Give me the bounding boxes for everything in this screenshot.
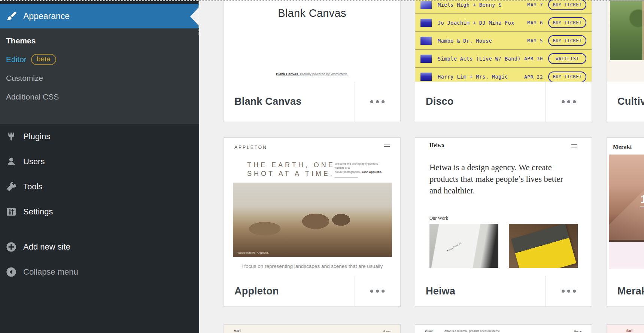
event-row: Jo Joachim + DJ Mina Fox MAY 6 BUY TICKE… bbox=[415, 14, 592, 32]
preview-tagline: I focus on representing landscapes and s… bbox=[224, 263, 400, 269]
sidebar-item-plugins[interactable]: Plugins bbox=[0, 124, 199, 149]
focus-outline-top-sidebar bbox=[0, 0, 199, 1]
theme-name: Appleton bbox=[224, 276, 354, 306]
preview-nav-home: Home bbox=[574, 330, 582, 333]
cultivated-preview[interactable] bbox=[607, 0, 644, 82]
preview-site-description: Attar is a minimal, product oriented the… bbox=[444, 329, 500, 333]
theme-options-button[interactable] bbox=[545, 276, 592, 306]
opera-house-photo: 16 bbox=[609, 155, 644, 242]
admin-sidebar: Appearance Themes Editor beta Customize … bbox=[0, 0, 199, 333]
sidebar-item-users[interactable]: Users bbox=[0, 149, 199, 174]
theme-card-cultivated: Cultiv bbox=[607, 0, 644, 122]
paintbrush-icon bbox=[7, 11, 17, 21]
hamburger-menu-icon bbox=[384, 144, 390, 148]
theme-name: Blank Canvas bbox=[224, 82, 354, 122]
opera-house-sail bbox=[609, 165, 644, 240]
collapse-arrow-icon bbox=[6, 267, 16, 277]
event-list: Miels High + Benny S MAY 7 BUY TICKET Jo… bbox=[415, 0, 592, 82]
meraki-preview[interactable]: Meraki 16 bbox=[607, 138, 644, 277]
theme-name: Disco bbox=[415, 82, 545, 122]
plus-circle-icon bbox=[6, 242, 16, 252]
theme-options-button[interactable] bbox=[354, 82, 400, 122]
theme-card-appleton: APPLETON THE EARTH, ONE SHOT AT A TIME. … bbox=[224, 137, 401, 307]
appearance-submenu: Themes Editor beta Customize Additional … bbox=[0, 28, 199, 124]
main-menu: Plugins Users Tools bbox=[0, 124, 199, 284]
event-row: Simple Acts (Live W/ Band) APR 30 WAITLI… bbox=[415, 50, 592, 68]
sidebar-item-editor[interactable]: Editor beta bbox=[0, 50, 199, 69]
sidebar-item-customize[interactable]: Customize bbox=[0, 69, 199, 88]
appleton-preview[interactable]: APPLETON THE EARTH, ONE SHOT AT A TIME. … bbox=[224, 138, 400, 277]
sidebar-item-appearance[interactable]: Appearance bbox=[0, 4, 199, 28]
sidebar-item-additional-css[interactable]: Additional CSS bbox=[0, 88, 199, 106]
preview-site-title: Ilari bbox=[626, 329, 632, 333]
yellow-magazine-photo bbox=[509, 224, 578, 268]
buy-ticket-button: BUY TICKET bbox=[548, 71, 586, 82]
yellow-magazine-cover bbox=[511, 224, 577, 268]
theme-card-disco: Miels High + Benny S MAY 7 BUY TICKET Jo… bbox=[415, 0, 592, 122]
theme-name: Heiwa bbox=[415, 276, 545, 306]
plant-stake bbox=[642, 0, 644, 60]
preview-headline: THE EARTH, ONE SHOT AT A TIME. bbox=[247, 161, 335, 178]
ellipsis-icon bbox=[562, 100, 576, 103]
sidebar-item-tools[interactable]: Tools bbox=[0, 174, 199, 199]
event-row: Miels High + Benny S MAY 7 BUY TICKET bbox=[415, 0, 592, 14]
sidebar-item-label: Appearance bbox=[23, 11, 70, 21]
themes-grid: Blank Canvas Blank Canvas, Proudly power… bbox=[199, 0, 644, 333]
ellipsis-icon bbox=[370, 290, 385, 293]
waitlist-button: WAITLIST bbox=[548, 53, 586, 64]
preview-site-title: Blank Canvas bbox=[224, 0, 400, 19]
theme-options-button[interactable] bbox=[354, 276, 400, 306]
pink-section-block bbox=[609, 242, 644, 269]
focus-outline-top-content bbox=[199, 0, 644, 1]
ellipsis-icon bbox=[370, 100, 385, 103]
buy-ticket-button: BUY TICKET bbox=[548, 35, 586, 46]
focus-outline-side bbox=[198, 1, 198, 35]
hamburger-menu-icon bbox=[571, 144, 577, 149]
event-row: Harry Lim + Mrs. Magic APR 22 BUY TICKET bbox=[415, 68, 592, 82]
event-thumbnail-image bbox=[420, 37, 432, 45]
preview-site-title: Attar bbox=[425, 329, 433, 333]
ellipsis-icon bbox=[562, 290, 576, 293]
theme-card-meraki: Meraki 16 Meraki bbox=[607, 137, 644, 307]
theme-options-button[interactable] bbox=[545, 82, 592, 122]
theme-card-footer: Heiwa bbox=[415, 276, 592, 306]
theme-card-blank-canvas: Blank Canvas Blank Canvas, Proudly power… bbox=[224, 0, 401, 122]
preview-intro-text: Welcome the photography portfolio websit… bbox=[335, 162, 383, 174]
theme-card-footer: Blank Canvas bbox=[224, 82, 400, 122]
sidebar-item-add-new-site[interactable]: Add new site bbox=[0, 234, 199, 259]
preview-site-logo: Heiwa bbox=[429, 142, 444, 149]
disco-preview[interactable]: Miels High + Benny S MAY 7 BUY TICKET Jo… bbox=[415, 0, 592, 82]
preview-site-logo: Meraki bbox=[613, 144, 632, 150]
work-gallery: Nature Merchant bbox=[429, 224, 578, 268]
event-thumbnail-image bbox=[420, 19, 432, 27]
theme-name: Meraki bbox=[607, 276, 644, 306]
theme-card-heiwa: Heiwa Heiwa is a design agency. We creat… bbox=[415, 137, 592, 307]
event-thumbnail-image bbox=[420, 55, 432, 63]
magazine-caption: Nature Merchant bbox=[447, 241, 462, 252]
plants-photo bbox=[610, 0, 644, 60]
theme-card-attar[interactable]: Attar Attar is a minimal, product orient… bbox=[415, 324, 592, 333]
theme-card-footer: Meraki bbox=[607, 276, 644, 306]
sidebar-item-settings[interactable]: Settings bbox=[0, 199, 199, 224]
event-thumbnail-image bbox=[420, 1, 432, 9]
theme-card-footer: Disco bbox=[415, 82, 592, 122]
theme-card-ilari[interactable]: Ilari bbox=[607, 324, 644, 333]
theme-card-footer: Appleton bbox=[224, 276, 400, 306]
preview-nav-home: Home bbox=[383, 330, 391, 333]
wrench-icon bbox=[6, 181, 16, 192]
blank-canvas-preview[interactable]: Blank Canvas Blank Canvas, Proudly power… bbox=[224, 0, 400, 82]
divider-line bbox=[335, 177, 358, 178]
heiwa-preview[interactable]: Heiwa Heiwa is a design agency. We creat… bbox=[415, 138, 592, 277]
theme-name: Cultiv bbox=[607, 82, 644, 122]
preview-site-title: Marl bbox=[234, 329, 241, 333]
sliders-icon bbox=[6, 207, 16, 217]
plug-icon bbox=[6, 131, 16, 142]
preview-footer-credit: Blank Canvas, Proudly powered by WordPre… bbox=[224, 72, 400, 76]
sidebar-item-themes[interactable]: Themes bbox=[0, 31, 199, 50]
theme-card-footer: Cultiv bbox=[607, 82, 644, 122]
sidebar-item-collapse-menu[interactable]: Collapse menu bbox=[0, 259, 199, 284]
photo-caption: Rock formations, Argentina. bbox=[237, 251, 269, 254]
theme-card-marl[interactable]: Marl Marl is a minimal, product-oriented… bbox=[224, 324, 401, 333]
preview-headline: Heiwa is a design agency. We create prod… bbox=[429, 162, 563, 196]
desert-landscape-photo: Rock formations, Argentina. bbox=[233, 183, 392, 257]
